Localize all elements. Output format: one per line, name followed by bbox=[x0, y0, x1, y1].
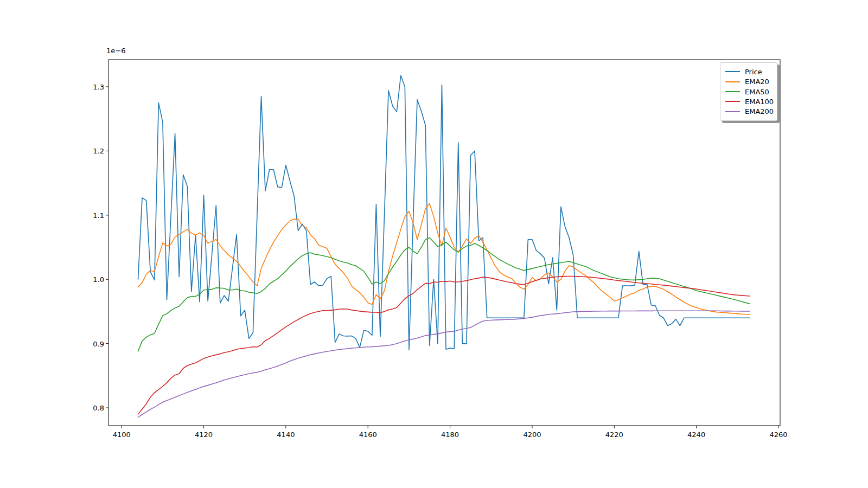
y-tick-label: 0.8 bbox=[93, 404, 104, 412]
legend-line-icon bbox=[725, 81, 740, 82]
x-tick-label: 4260 bbox=[769, 431, 787, 439]
y-axis-offset-label: 1e−6 bbox=[106, 47, 125, 55]
legend-entry-ema100: EMA100 bbox=[725, 97, 771, 106]
series-line-price bbox=[138, 75, 750, 350]
legend-entry-ema200: EMA200 bbox=[725, 107, 771, 117]
legend-line-icon bbox=[725, 91, 740, 92]
legend-label: EMA50 bbox=[745, 88, 769, 95]
legend-entry-ema50: EMA50 bbox=[725, 87, 771, 97]
series-line-ema50 bbox=[138, 237, 750, 351]
legend-line-icon bbox=[725, 71, 740, 72]
x-tick-label: 4180 bbox=[441, 431, 459, 439]
x-tick-label: 4100 bbox=[113, 431, 131, 439]
legend-entry-ema20: EMA20 bbox=[725, 76, 771, 86]
x-tick-label: 4140 bbox=[277, 431, 295, 439]
legend-label: Price bbox=[745, 68, 762, 75]
y-tick-label: 1.1 bbox=[93, 211, 104, 219]
series-line-ema100 bbox=[138, 277, 750, 414]
x-tick-label: 4200 bbox=[523, 431, 541, 439]
legend-entry-price: Price bbox=[725, 67, 771, 76]
legend: PriceEMA20EMA50EMA100EMA200 bbox=[720, 62, 777, 121]
legend-label: EMA200 bbox=[745, 108, 774, 115]
x-tick-label: 4160 bbox=[359, 431, 377, 439]
y-tick-label: 1.2 bbox=[93, 147, 104, 155]
legend-label: EMA20 bbox=[745, 78, 769, 85]
legend-label: EMA100 bbox=[745, 98, 774, 105]
x-tick-label: 4240 bbox=[687, 431, 705, 439]
y-tick-label: 1.3 bbox=[93, 82, 104, 91]
legend-line-icon bbox=[725, 101, 740, 102]
series-line-ema200 bbox=[138, 311, 750, 417]
figure-canvas: 1e−6 PriceEMA20EMA50EMA100EMA200 4100412… bbox=[0, 0, 868, 488]
y-tick-label: 1.0 bbox=[93, 275, 104, 284]
x-tick-label: 4220 bbox=[605, 431, 623, 439]
y-tick-label: 0.9 bbox=[93, 339, 104, 348]
x-tick-label: 4120 bbox=[195, 431, 213, 439]
legend-line-icon bbox=[725, 111, 740, 112]
